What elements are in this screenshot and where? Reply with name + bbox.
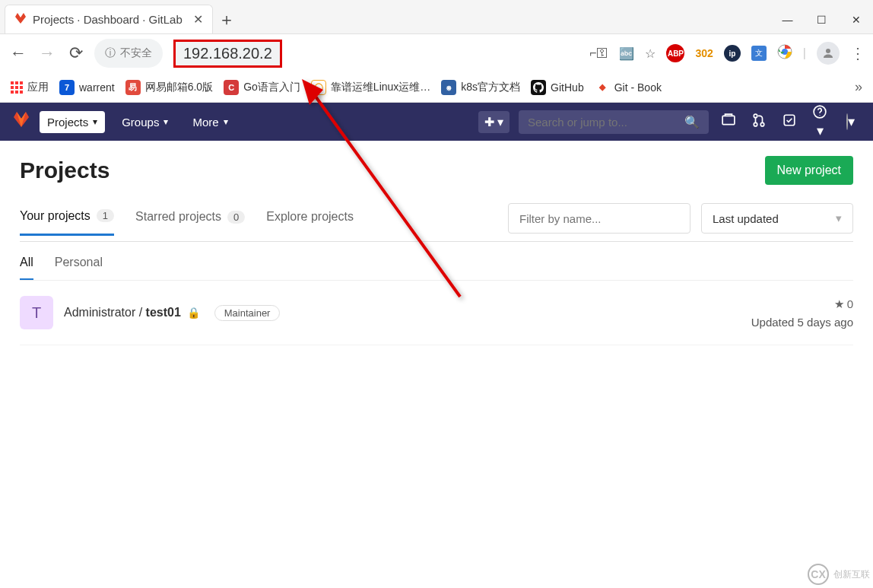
reload-button[interactable]: ⟳ [65, 43, 87, 64]
svg-point-6 [760, 122, 764, 126]
bookmark-icon: ◯ [311, 80, 326, 95]
address-bar: ← → ⟳ ⓘ 不安全 192.168.20.2 ⌐⚿ 🔤 ☆ ABP 302 … [0, 34, 873, 72]
more-label: More [192, 116, 218, 129]
close-window-button[interactable]: ✕ [839, 6, 873, 33]
user-menu[interactable]: ▾ [840, 113, 861, 130]
sort-dropdown[interactable]: Last updated ▾ [701, 203, 853, 234]
address-toolbar: ⌐⚿ 🔤 ☆ ABP 302 ip 文 | ⋮ [589, 42, 865, 65]
key-icon[interactable]: ⌐⚿ [589, 46, 608, 60]
bookmark-label: k8s官方文档 [461, 81, 520, 94]
bookmark-go[interactable]: CGo语言入门 [224, 80, 300, 95]
help-icon[interactable]: ▾ [809, 105, 830, 139]
tab-label: Starred projects [135, 210, 221, 224]
star-icon[interactable]: ☆ [645, 46, 656, 61]
new-dropdown[interactable]: ✚▾ [478, 111, 510, 133]
groups-dropdown[interactable]: Groups▾ [114, 111, 176, 133]
maximize-button[interactable]: ☐ [805, 6, 839, 33]
minimize-button[interactable]: — [770, 6, 805, 33]
bookmark-icon: 7 [59, 80, 75, 95]
search-input[interactable] [528, 116, 678, 129]
project-stars: ★0 [751, 297, 853, 311]
project-subtabs: All Personal [20, 256, 853, 281]
filter-input[interactable] [508, 203, 690, 234]
ext-count[interactable]: 302 [695, 47, 713, 59]
google-translate-icon[interactable]: 文 [751, 46, 767, 61]
groups-label: Groups [122, 116, 159, 129]
gitlab-search[interactable]: 🔍 [519, 110, 709, 134]
bookmarks-overflow-icon[interactable]: » [855, 79, 862, 95]
project-owner: Administrator / [64, 306, 146, 319]
star-count: 0 [847, 297, 853, 311]
new-project-button[interactable]: New project [765, 156, 853, 185]
subtab-all[interactable]: All [20, 256, 33, 280]
chrome-icon[interactable] [777, 44, 792, 63]
bookmarks-bar: 应用 7warrent 易网易邮箱6.0版 CGo语言入门 ◯靠谱运维Linux… [0, 72, 873, 103]
plus-icon: ✚ [484, 115, 494, 129]
bookmark-label: warrent [79, 81, 115, 94]
bookmark-gitbook[interactable]: ◆Git - Book [595, 80, 662, 95]
chevron-down-icon: ▾ [836, 211, 842, 225]
bookmark-label: Go语言入门 [243, 81, 300, 94]
subtab-personal[interactable]: Personal [55, 256, 103, 280]
forward-button[interactable]: → [37, 43, 58, 64]
bookmark-netease[interactable]: 易网易邮箱6.0版 [125, 80, 213, 95]
apps-grid-icon [11, 81, 23, 94]
page-title: Projects [20, 157, 110, 183]
lock-icon: 🔒 [187, 307, 200, 319]
user-avatar-icon [846, 113, 848, 130]
watermark-logo: CX [808, 564, 829, 585]
watermark: CX 创新互联 [808, 564, 870, 585]
bookmark-icon: ◆ [595, 80, 610, 95]
tab-label: Explore projects [266, 210, 354, 224]
projects-dropdown[interactable]: Projects▾ [40, 111, 105, 133]
github-icon [531, 80, 546, 95]
tab-explore-projects[interactable]: Explore projects [266, 210, 354, 234]
apps-button[interactable]: 应用 [11, 81, 49, 94]
chevron-down-icon: ▾ [224, 116, 228, 127]
role-badge: Maintainer [214, 305, 281, 321]
browser-tab[interactable]: Projects · Dashboard · GitLab ✕ [5, 5, 213, 33]
project-updated: Updated 5 days ago [751, 316, 853, 329]
project-name: Administrator / test01 🔒 Maintainer [64, 306, 280, 319]
translate-icon[interactable]: 🔤 [619, 46, 634, 61]
url-field[interactable]: ⓘ 不安全 [94, 39, 163, 68]
adblock-icon[interactable]: ABP [666, 44, 684, 62]
bookmark-k8s[interactable]: ⎈k8s官方文档 [441, 80, 520, 95]
tab-starred-projects[interactable]: Starred projects 0 [135, 210, 245, 234]
watermark-text: 创新互联 [833, 568, 870, 581]
close-tab-icon[interactable]: ✕ [193, 12, 203, 27]
gitlab-topnav: Projects▾ Groups▾ More▾ ✚▾ 🔍 ▾ ▾ [0, 103, 873, 141]
bookmark-warrent[interactable]: 7warrent [59, 80, 115, 95]
svg-point-4 [754, 114, 757, 118]
project-row[interactable]: T Administrator / test01 🔒 Maintainer ★0… [20, 281, 853, 345]
svg-rect-3 [722, 116, 735, 124]
tab-your-projects[interactable]: Your projects 1 [20, 209, 114, 236]
security-indicator[interactable]: ⓘ 不安全 [105, 46, 152, 60]
tab-count-badge: 1 [97, 209, 114, 222]
merge-requests-icon[interactable] [748, 113, 770, 131]
url-text-highlight: 192.168.20.2 [173, 40, 282, 68]
security-label: 不安全 [120, 46, 152, 60]
browser-menu-icon[interactable]: ⋮ [850, 44, 865, 62]
apps-label: 应用 [27, 81, 49, 94]
bookmark-label: 靠谱运维Linux运维… [331, 81, 430, 94]
bookmark-linux[interactable]: ◯靠谱运维Linux运维… [311, 80, 430, 95]
new-tab-button[interactable]: ＋ [213, 6, 240, 33]
chevron-down-icon: ▾ [163, 116, 168, 127]
chevron-down-icon: ▾ [497, 115, 503, 129]
todos-icon[interactable] [779, 113, 800, 131]
window-controls: — ☐ ✕ [770, 6, 873, 33]
search-icon[interactable]: 🔍 [684, 115, 700, 129]
project-tabs: Your projects 1 Starred projects 0 Explo… [20, 203, 853, 242]
bookmark-label: GitHub [551, 81, 584, 94]
more-dropdown[interactable]: More▾ [185, 111, 235, 133]
svg-point-5 [754, 122, 757, 126]
chevron-down-icon: ▾ [93, 116, 97, 127]
gitlab-logo-icon[interactable] [12, 110, 30, 133]
back-button[interactable]: ← [8, 43, 29, 64]
issues-icon[interactable] [718, 113, 739, 131]
bookmark-github[interactable]: GitHub [531, 80, 584, 95]
gitlab-favicon [14, 12, 27, 27]
ip-extension-icon[interactable]: ip [724, 45, 741, 62]
profile-avatar[interactable] [817, 42, 840, 65]
